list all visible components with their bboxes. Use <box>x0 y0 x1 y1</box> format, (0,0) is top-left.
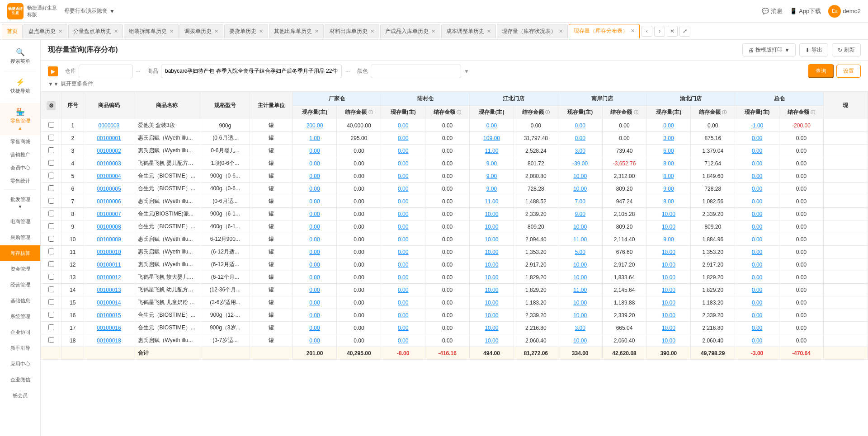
cell-checkbox[interactable] <box>41 246 61 258</box>
tab-6-close[interactable]: ✕ <box>315 28 319 34</box>
sidebar-item-operations[interactable]: 经营管理 <box>0 277 40 293</box>
user-menu[interactable]: Ea demo2 <box>828 5 861 18</box>
tab-prev-btn[interactable]: ‹ <box>642 26 652 37</box>
cell-checkbox[interactable] <box>41 296 61 309</box>
sidebar-item-stats[interactable]: 零售统计 <box>0 174 40 188</box>
cell-yubuamount: 2,917.20 <box>691 258 735 271</box>
message-btn[interactable]: 💬 消息 <box>762 7 783 15</box>
sidebar-item-finance[interactable]: 资金管理 <box>0 261 40 277</box>
tab-8-close[interactable]: ✕ <box>431 28 435 34</box>
tab-11-close[interactable]: ✕ <box>631 28 635 34</box>
cell-nananqty: 10.00 <box>558 309 602 322</box>
tab-home[interactable]: 首页 <box>2 24 23 38</box>
cell-checkbox[interactable] <box>41 132 61 145</box>
cell-seq: 10 <box>61 233 84 246</box>
refresh-btn[interactable]: ↻ 刷新 <box>832 43 861 56</box>
tab-expand-btn[interactable]: ⤢ <box>679 26 690 37</box>
cell-checkbox[interactable] <box>41 195 61 208</box>
warehouse-input[interactable] <box>79 65 133 78</box>
cell-checkbox[interactable] <box>41 170 61 183</box>
cell-checkbox[interactable] <box>41 220 61 233</box>
th-settings[interactable]: ⚙ <box>41 92 61 119</box>
sidebar-item-appcentre[interactable]: 应用中心 <box>0 356 40 372</box>
sidebar-item-basic[interactable]: 基础信息 <box>0 293 40 309</box>
product-more-btn[interactable]: ··· <box>345 68 350 75</box>
sidebar-item-inventory[interactable]: 库存核算 <box>0 245 40 261</box>
warehouse-more-btn[interactable]: ··· <box>136 68 140 75</box>
cell-checkbox[interactable] <box>41 258 61 271</box>
cell-zongqty: 0.00 <box>735 233 779 246</box>
info-icon-5[interactable]: ⓘ <box>722 110 726 115</box>
color-input[interactable] <box>371 65 461 78</box>
cell-checkbox[interactable] <box>41 271 61 284</box>
cell-checkbox[interactable] <box>41 157 61 170</box>
product-input[interactable] <box>161 65 342 78</box>
cell-checkbox[interactable] <box>41 183 61 195</box>
tab-9-close[interactable]: ✕ <box>487 28 491 34</box>
tab-8[interactable]: 产成品入库单历史 ✕ <box>380 24 440 38</box>
info-icon-6[interactable]: ⓘ <box>811 110 815 115</box>
query-btn[interactable]: 查询 <box>808 64 834 78</box>
tab-close-all-btn[interactable]: ✕ <box>667 26 678 37</box>
sidebar-item-guide[interactable]: 新手引导 <box>0 340 40 356</box>
cell-checkbox[interactable] <box>41 208 61 220</box>
tab-5[interactable]: 要货单历史 ✕ <box>224 24 268 38</box>
expand-conditions[interactable]: ▼▼ 展开更多条件 <box>48 80 861 88</box>
cell-checkbox[interactable] <box>41 119 61 132</box>
print-btn[interactable]: 🖨 按模版打印 ▼ <box>742 43 796 56</box>
cell-checkbox[interactable] <box>41 233 61 246</box>
sidebar-item-ecommerce[interactable]: 电商管理 <box>0 214 40 230</box>
tab-5-close[interactable]: ✕ <box>259 28 263 34</box>
export-btn[interactable]: ⬇ 导出 <box>799 43 828 56</box>
cell-checkbox[interactable] <box>41 145 61 157</box>
info-icon-1[interactable]: ⓘ <box>368 110 373 115</box>
settings-icon[interactable]: ⚙ <box>47 101 56 110</box>
app-download-btn[interactable]: 📱 App下载 <box>790 7 821 15</box>
cell-checkbox[interactable] <box>41 322 61 334</box>
cell-checkbox[interactable] <box>41 284 61 296</box>
cell-yubuamount: 2,060.40 <box>691 334 735 347</box>
sidebar-item-nav[interactable]: ⚡ 快捷导航 <box>0 73 40 99</box>
sidebar-item-search[interactable]: 🔍 搜索英单 <box>0 43 40 69</box>
tab-3[interactable]: 组装拆卸单历史 ✕ <box>124 24 179 38</box>
tab-11[interactable]: 现存量（库存分布表） ✕ <box>569 24 640 38</box>
sidebar-item-wechat[interactable]: 企业微信 <box>0 372 40 388</box>
tab-7[interactable]: 材料出库单历史 ✕ <box>325 24 379 38</box>
tab-1-close[interactable]: ✕ <box>58 28 62 34</box>
filter-collapse-btn[interactable]: ▶ <box>48 66 58 76</box>
sidebar-item-retail[interactable]: 🏪 零售管理 ▲ <box>0 103 40 135</box>
tab-2[interactable]: 分量盘点单历史 ✕ <box>68 24 123 38</box>
sidebar-item-system[interactable]: 系统管理 <box>0 309 40 324</box>
tab-10[interactable]: 现存量（库存状况表） ✕ <box>497 24 568 38</box>
sidebar-item-wholesale[interactable]: 批发管理 ▼ <box>0 192 40 214</box>
settings-btn[interactable]: 设置 <box>836 65 861 78</box>
cell-zongqty: 0.00 <box>735 145 779 157</box>
cell-checkbox[interactable] <box>41 309 61 322</box>
tab-2-close[interactable]: ✕ <box>114 28 118 34</box>
sidebar-item-marketing[interactable]: 营销推广 <box>0 148 40 161</box>
color-dropdown-btn[interactable]: ▼ <box>464 68 469 75</box>
cell-checkbox[interactable] <box>41 334 61 347</box>
info-icon-2[interactable]: ⓘ <box>457 110 461 115</box>
tab-3-close[interactable]: ✕ <box>170 28 174 34</box>
tab-next-btn[interactable]: › <box>654 26 665 37</box>
sidebar-item-vip[interactable]: 畅会员 <box>0 388 40 403</box>
tab-1[interactable]: 盘点单历史 ✕ <box>24 24 67 38</box>
tab-4-close[interactable]: ✕ <box>214 28 218 34</box>
info-icon-3[interactable]: ⓘ <box>545 110 550 115</box>
cell-seq: 4 <box>61 157 84 170</box>
tab-6[interactable]: 其他出库单历史 ✕ <box>269 24 324 38</box>
tab-10-close[interactable]: ✕ <box>559 28 563 34</box>
logo-area: 畅捷通好生意 畅捷通好生意 标版 母婴行业演示陈套 ▼ <box>7 3 115 19</box>
tab-7-close[interactable]: ✕ <box>370 28 374 34</box>
sidebar-item-corp[interactable]: 企业协同 <box>0 324 40 340</box>
sidebar-item-purchase[interactable]: 采购管理 <box>0 230 40 245</box>
tab-9[interactable]: 成本调整单历史 ✕ <box>441 24 496 38</box>
info-icon-4[interactable]: ⓘ <box>634 110 638 115</box>
sidebar-item-member[interactable]: 会员中心 <box>0 161 40 174</box>
nav-dropdown[interactable]: 母婴行业演示陈套 ▼ <box>64 7 115 15</box>
cell-zongamount: 0.00 <box>779 296 824 309</box>
cell-nananqty: 7.00 <box>558 195 602 208</box>
sidebar-item-retail-shop[interactable]: 零售商城 <box>0 135 40 148</box>
tab-4[interactable]: 调拨单历史 ✕ <box>179 24 223 38</box>
